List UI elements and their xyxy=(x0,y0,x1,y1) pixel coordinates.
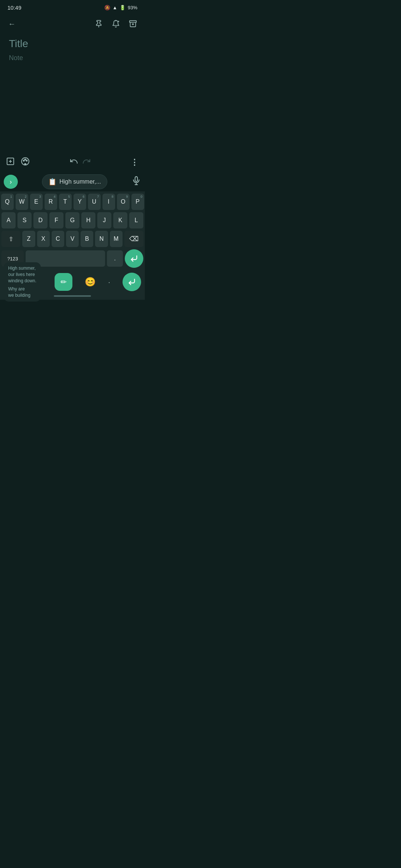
key-w[interactable]: 2W xyxy=(16,194,28,210)
key-i[interactable]: 8I xyxy=(102,194,115,210)
status-time: 10:49 xyxy=(7,4,22,11)
emoji-icon: 😊 xyxy=(85,277,96,287)
status-icons: 🔕 ▲ 🔋 93% xyxy=(104,5,137,10)
add-icon xyxy=(6,157,15,166)
enter-bottom-icon xyxy=(128,278,136,286)
enter-icon xyxy=(130,254,138,263)
clipboard-preview-text: High summer, our lives here winding down… xyxy=(8,265,36,299)
redo-button[interactable] xyxy=(82,157,91,168)
note-area[interactable]: Title Note xyxy=(0,34,145,153)
add-format-button[interactable] xyxy=(6,157,15,168)
key-q[interactable]: 1Q xyxy=(1,194,14,210)
shift-key[interactable]: ⇧ xyxy=(1,231,20,247)
format-bar: ⋮ xyxy=(0,153,145,172)
emoji-button[interactable]: 😊 xyxy=(85,277,96,287)
svg-point-12 xyxy=(26,160,27,161)
expand-arrow-button[interactable]: › xyxy=(4,175,18,189)
key-t[interactable]: 5T xyxy=(59,194,72,210)
key-p[interactable]: 0P xyxy=(131,194,144,210)
key-j[interactable]: J xyxy=(97,212,111,228)
note-title-placeholder[interactable]: Title xyxy=(9,38,136,50)
palette-icon xyxy=(21,157,30,166)
clipboard-icon: 📋 xyxy=(48,178,56,186)
key-d[interactable]: D xyxy=(33,212,48,228)
undo-icon xyxy=(69,157,78,166)
key-z[interactable]: Z xyxy=(22,231,35,247)
keyboard-row-3: ⇧ Z X C V B N M ⌫ xyxy=(1,231,143,247)
key-s[interactable]: S xyxy=(17,212,32,228)
key-b[interactable]: B xyxy=(81,231,93,247)
clipboard-suggestion-chip[interactable]: 📋 High summer,... xyxy=(42,174,107,189)
key-v[interactable]: V xyxy=(66,231,79,247)
enter-key[interactable] xyxy=(125,249,143,268)
format-bar-left xyxy=(6,157,30,168)
clipboard-preview-area[interactable]: High summer, our lives here winding down… xyxy=(4,262,41,302)
keyboard-row-1: 1Q 2W 3E 4R 5T 6Y 7U 8I 9O 0P xyxy=(1,194,143,210)
svg-point-11 xyxy=(25,159,26,160)
key-c[interactable]: C xyxy=(52,231,64,247)
bottom-bar: High summer, our lives here winding down… xyxy=(0,272,145,292)
key-l[interactable]: L xyxy=(129,212,143,228)
battery-percent: 93% xyxy=(128,5,137,10)
reminder-button[interactable] xyxy=(111,19,121,29)
mute-icon: 🔕 xyxy=(104,5,110,10)
key-x[interactable]: X xyxy=(37,231,50,247)
chevron-right-icon: › xyxy=(10,178,12,186)
mic-icon xyxy=(131,176,141,185)
key-r[interactable]: 4R xyxy=(45,194,57,210)
keyboard: 1Q 2W 3E 4R 5T 6Y 7U 8I 9O 0P A S D F G … xyxy=(0,191,145,272)
toolbar-right xyxy=(94,19,138,29)
toolbar: ← xyxy=(0,13,145,34)
key-o[interactable]: 9O xyxy=(117,194,130,210)
suggestion-text: High summer,... xyxy=(59,178,101,185)
key-n[interactable]: N xyxy=(95,231,108,247)
delete-key[interactable]: ⌫ xyxy=(124,231,143,247)
toolbar-left: ← xyxy=(7,19,17,29)
pin-button[interactable] xyxy=(94,19,104,29)
archive-button[interactable] xyxy=(128,19,138,29)
period-icon: · xyxy=(108,278,110,286)
battery-icon: 🔋 xyxy=(120,5,125,10)
redo-icon xyxy=(82,157,91,166)
period-key[interactable]: . xyxy=(107,250,123,267)
undo-button[interactable] xyxy=(69,157,78,168)
svg-rect-4 xyxy=(130,21,136,23)
key-a[interactable]: A xyxy=(1,212,16,228)
palette-button[interactable] xyxy=(21,157,30,168)
more-options-button[interactable]: ⋮ xyxy=(130,158,139,167)
wifi-icon: ▲ xyxy=(113,5,117,10)
back-button[interactable]: ← xyxy=(7,19,17,29)
edit-fab-button[interactable]: ✏ xyxy=(55,273,72,291)
bell-plus-icon xyxy=(112,20,120,28)
key-y[interactable]: 6Y xyxy=(74,194,86,210)
note-body-placeholder[interactable]: Note xyxy=(9,54,136,62)
home-bar xyxy=(54,295,91,297)
archive-icon xyxy=(129,20,137,28)
key-g[interactable]: G xyxy=(65,212,79,228)
key-m[interactable]: M xyxy=(110,231,123,247)
back-icon: ← xyxy=(8,20,16,28)
format-bar-center xyxy=(69,157,91,168)
key-h[interactable]: H xyxy=(81,212,95,228)
period-bottom-key[interactable]: · xyxy=(108,278,110,286)
svg-rect-13 xyxy=(135,177,138,181)
key-e[interactable]: 3E xyxy=(30,194,43,210)
pin-icon xyxy=(95,20,103,28)
svg-point-10 xyxy=(23,160,25,161)
keyboard-row-2: A S D F G H J K L xyxy=(1,212,143,228)
suggestion-bar: › 📋 High summer,... xyxy=(0,172,145,191)
microphone-button[interactable] xyxy=(131,176,141,188)
edit-icon: ✏ xyxy=(61,277,67,286)
key-f[interactable]: F xyxy=(49,212,63,228)
key-u[interactable]: 7U xyxy=(88,194,101,210)
enter-bottom-key[interactable] xyxy=(123,273,141,291)
clipboard-line-2: Why are we building xyxy=(8,286,36,299)
key-k[interactable]: K xyxy=(113,212,127,228)
status-bar: 10:49 🔕 ▲ 🔋 93% xyxy=(0,0,145,13)
clipboard-line-1: High summer, our lives here winding down… xyxy=(8,265,36,284)
